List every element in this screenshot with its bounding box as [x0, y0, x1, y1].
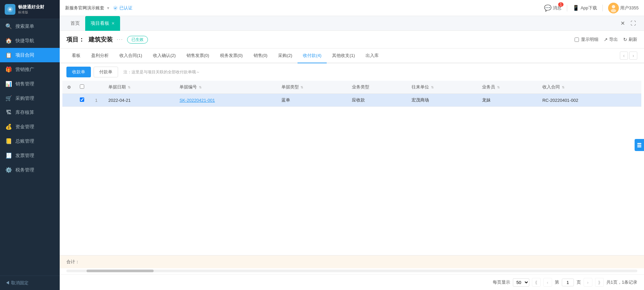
td-number[interactable]: SK-20220421-001: [175, 94, 277, 107]
search-icon: 🔍: [5, 23, 12, 29]
topbar-divider2: [602, 5, 603, 11]
account-selector[interactable]: 新服务官网演示账套 ▼: [65, 5, 110, 11]
subtab-income-confirm[interactable]: 收入确认(2): [148, 49, 181, 63]
page-prefix-label: 第: [555, 279, 559, 285]
first-page-button[interactable]: ⟪: [532, 278, 541, 287]
current-page-input[interactable]: [562, 279, 574, 286]
app-download-label: App下载: [581, 5, 597, 11]
tab-home[interactable]: 首页: [65, 16, 85, 31]
subtab-other-expense[interactable]: 其他收支(1): [327, 49, 360, 63]
last-page-button[interactable]: ⟫: [595, 278, 604, 287]
finance-icon: 💰: [5, 124, 12, 130]
receipt-table: ⚙ 单据日期 ⇅ 单据编号 ⇅: [62, 81, 641, 107]
subtab-kanban[interactable]: 看板: [66, 49, 86, 63]
sidebar-item-project[interactable]: 📋 项目合同: [0, 48, 60, 62]
export-button[interactable]: ↗ 导出: [604, 37, 618, 43]
account-chevron-icon: ▼: [106, 6, 110, 10]
subtab-profit[interactable]: 盈利分析: [86, 49, 114, 63]
th-gear[interactable]: ⚙: [62, 81, 76, 94]
scroll-thumb[interactable]: [87, 270, 154, 272]
app-download-button[interactable]: 📱 App下载: [573, 5, 597, 11]
subtab-inout[interactable]: 出入库: [360, 49, 384, 63]
topbar: 新服务官网演示账套 ▼ 已认证 💬 消息 1 📱 App下载: [60, 0, 644, 16]
th-date[interactable]: 单据日期 ⇅: [104, 81, 175, 94]
sidebar-item-finance[interactable]: 💰 资金管理: [0, 120, 60, 134]
sidebar-label-finance: 资金管理: [15, 124, 34, 130]
topbar-right: 💬 消息 1 📱 App下载 用户3355: [544, 3, 639, 13]
user-menu[interactable]: 用户3355: [608, 3, 639, 13]
sidebar-item-inventory[interactable]: 🏗 库存核算: [0, 105, 60, 120]
sidebar-item-quicknav[interactable]: 🏠 快捷导航: [0, 33, 60, 48]
sort-number-icon: ⇅: [199, 85, 202, 89]
per-page-select[interactable]: 50: [513, 278, 529, 287]
shield-icon: [113, 5, 118, 11]
td-biz-type: 应收款: [348, 94, 408, 107]
select-all-checkbox[interactable]: [80, 84, 84, 89]
project-icon: 📋: [5, 52, 12, 58]
subtab-next-button[interactable]: ›: [629, 52, 637, 60]
receipt-bill-tab[interactable]: 收款单: [66, 67, 91, 77]
subtab-income-contract[interactable]: 收入合同(1): [114, 49, 148, 63]
td-income-contract: RC-20220401-002: [538, 94, 641, 107]
scroll-track: [66, 270, 637, 272]
sidebar-unpin-button[interactable]: ◀ 取消固定: [0, 276, 60, 290]
tab-project-board-label: 项目看板: [91, 20, 109, 26]
sidebar-item-marketing[interactable]: 🎁 营销推广: [0, 62, 60, 77]
horizontal-scroll-area[interactable]: [60, 268, 644, 274]
show-detail-checkbox[interactable]: 显示明细: [575, 37, 598, 43]
sidebar-item-ledger[interactable]: 📒 总账管理: [0, 134, 60, 148]
message-badge: 1: [558, 2, 564, 7]
purchase-icon: 🛒: [5, 95, 12, 101]
sidebar-item-invoice[interactable]: 🧾 发票管理: [0, 148, 60, 163]
sidebar-item-purchase[interactable]: 🛒 采购管理: [0, 91, 60, 105]
verified-badge: 已认证: [113, 5, 132, 11]
maximize-window-button[interactable]: ⛶: [629, 19, 637, 27]
pagination: 每页显示 50 ⟪ ‹ 第 页 › ⟫ 共1页，1条记录: [60, 274, 644, 290]
svg-point-3: [611, 9, 616, 12]
sidebar-label-tax: 税务管理: [15, 167, 34, 173]
unpin-label: ◀ 取消固定: [5, 280, 29, 286]
th-type[interactable]: 单据类型 ⇅: [277, 81, 348, 94]
row-checkbox[interactable]: [80, 97, 84, 102]
subtab-receipt[interactable]: 收付款(4): [298, 49, 327, 63]
td-checkbox[interactable]: [76, 94, 88, 107]
tab-home-label: 首页: [70, 20, 80, 26]
subtab-sales[interactable]: 销售(0): [248, 49, 273, 63]
bill-number-link[interactable]: SK-20220421-001: [179, 98, 215, 103]
next-page-button[interactable]: ›: [584, 278, 592, 287]
project-more-button[interactable]: ···: [117, 37, 123, 43]
export-label: 导出: [609, 37, 618, 43]
sales-icon: 📊: [5, 81, 12, 87]
th-checkbox[interactable]: [76, 81, 88, 94]
subtab-sales-invoice[interactable]: 销售发票(0): [181, 49, 215, 63]
th-number[interactable]: 单据编号 ⇅: [175, 81, 277, 94]
ledger-icon: 📒: [5, 138, 12, 144]
right-panel-toggle[interactable]: [635, 139, 644, 151]
payment-bill-tab[interactable]: 付款单: [94, 67, 118, 77]
tab-project-board[interactable]: 项目看板 ✕: [85, 16, 120, 31]
th-income-contract[interactable]: 收入合同 ⇅: [538, 81, 641, 94]
sidebar-item-search[interactable]: 🔍 搜索菜单: [0, 19, 60, 33]
sidebar-label-invoice: 发票管理: [15, 153, 34, 159]
subtab-tax-invoice[interactable]: 税务发票(0): [215, 49, 248, 63]
close-window-button[interactable]: ✕: [619, 19, 627, 27]
th-partner[interactable]: 往来单位 ⇅: [408, 81, 478, 94]
project-status-badge: 已生效: [127, 36, 148, 44]
th-salesperson[interactable]: 业务员 ⇅: [478, 81, 538, 94]
tax-icon: ⚙️: [5, 167, 12, 173]
sidebar-label-ledger: 总账管理: [15, 138, 34, 144]
message-button[interactable]: 💬 消息 1: [544, 4, 561, 12]
sidebar-item-sales[interactable]: 📊 销售管理: [0, 77, 60, 91]
prev-page-button[interactable]: ‹: [543, 278, 552, 287]
show-detail-input[interactable]: [575, 38, 579, 42]
tab-project-board-close-icon[interactable]: ✕: [111, 21, 115, 26]
sidebar-logo: 畅捷通好业财 标准版: [0, 0, 60, 19]
logo-text-block: 畅捷通好业财 标准版: [18, 4, 44, 15]
sidebar-item-tax[interactable]: ⚙️ 税务管理: [0, 163, 60, 177]
sidebar-label-quicknav: 快捷导航: [15, 38, 34, 44]
refresh-button[interactable]: ↻ 刷新: [623, 37, 637, 43]
subtab-purchase[interactable]: 采购(2): [273, 49, 298, 63]
topbar-left: 新服务官网演示账套 ▼ 已认证: [65, 5, 132, 11]
subtab-prev-button[interactable]: ‹: [620, 52, 628, 60]
table-row[interactable]: 1 2022-04-21 SK-20220421-001 蓝单 应收款 宏茂商场…: [62, 94, 641, 107]
